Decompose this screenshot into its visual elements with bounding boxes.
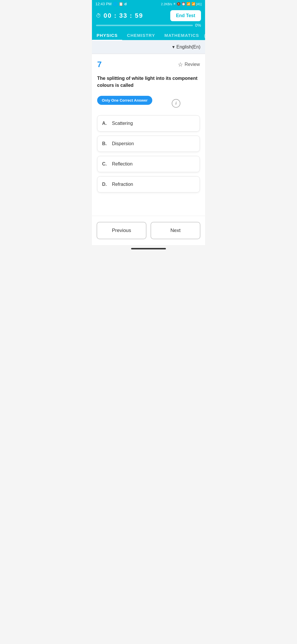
settings-icon: ⚙: [204, 33, 205, 39]
review-label: Review: [185, 62, 200, 67]
progress-bar-track: [96, 25, 193, 26]
wifi-icon: 📶: [191, 2, 195, 6]
network-speed: 2.2KB/s: [161, 2, 172, 6]
next-button[interactable]: Next: [151, 222, 200, 239]
star-icon: ☆: [178, 61, 183, 68]
status-left: 12:43 PM 🌐 📋 d: [95, 2, 127, 6]
timer-icon: ⏱: [96, 13, 101, 19]
option-c[interactable]: C. Reflection: [97, 156, 200, 172]
question-number: 7: [97, 60, 102, 69]
status-bar: 12:43 PM 🌐 📋 d 2.2KB/s ✳ 🔕 ⏰ 📶 📶 [41]: [92, 0, 205, 8]
chevron-down-icon: ▾: [172, 44, 175, 50]
bluetooth-icon: ✳: [173, 2, 176, 6]
question-header: 7 ☆ Review: [97, 60, 200, 69]
option-a-label: A.: [102, 121, 108, 126]
option-d[interactable]: D. Refraction: [97, 176, 200, 193]
status-right: 2.2KB/s ✳ 🔕 ⏰ 📶 📶 [41]: [161, 2, 202, 6]
signal-icon: 📶: [186, 2, 191, 6]
spacer: [97, 193, 200, 210]
question-area: 7 ☆ Review The splitting of white light …: [92, 54, 205, 216]
option-a[interactable]: A. Scattering: [97, 115, 200, 132]
options-list: A. Scattering B. Dispersion C. Reflectio…: [97, 115, 200, 193]
info-icon[interactable]: i: [172, 99, 180, 108]
tab-physics[interactable]: PHYSICS: [92, 30, 122, 40]
answer-type-badge: Only One Correct Answer: [97, 96, 152, 105]
end-test-button[interactable]: End Test: [170, 10, 201, 21]
language-label: English(En): [176, 44, 200, 50]
nav-buttons: Previous Next: [92, 216, 205, 245]
option-b-text: Dispersion: [112, 141, 134, 146]
tab-mathematics[interactable]: MATHEMATICS ⚙: [160, 30, 205, 40]
option-c-label: C.: [102, 161, 108, 167]
option-a-text: Scattering: [112, 121, 133, 126]
mute-icon: 🔕: [177, 2, 181, 6]
progress-bar-container: 0%: [92, 21, 205, 28]
option-c-text: Reflection: [112, 161, 133, 167]
review-button[interactable]: ☆ Review: [178, 61, 200, 68]
home-bar: [131, 248, 166, 249]
language-selector[interactable]: ▾ English(En): [172, 44, 200, 50]
options-header: Only One Correct Answer i: [97, 96, 200, 111]
time-display: 12:43 PM: [95, 2, 112, 6]
tab-chemistry[interactable]: CHEMISTRY: [122, 30, 160, 40]
option-d-text: Refraction: [112, 182, 133, 187]
option-d-label: D.: [102, 182, 108, 187]
alarm-icon: ⏰: [182, 2, 186, 6]
notification-icon: 📋: [119, 2, 123, 6]
progress-percent: 0%: [195, 23, 201, 28]
option-b[interactable]: B. Dispersion: [97, 136, 200, 152]
main-content: ▾ English(En) 7 ☆ Review The splitting o…: [92, 40, 205, 245]
battery-display: [41]: [196, 2, 202, 6]
option-b-label: B.: [102, 141, 108, 146]
timer-left: ⏱ 00 : 33 : 59: [96, 12, 143, 19]
subject-tabs: PHYSICS CHEMISTRY MATHEMATICS ⚙: [92, 28, 205, 40]
previous-button[interactable]: Previous: [97, 222, 146, 239]
question-text: The splitting of white light into its co…: [97, 75, 200, 89]
globe-icon: 🌐: [113, 2, 117, 6]
home-indicator: [92, 245, 205, 252]
language-bar: ▾ English(En): [92, 40, 205, 54]
timer-bar: ⏱ 00 : 33 : 59 End Test: [92, 8, 205, 21]
timer-display: 00 : 33 : 59: [104, 12, 143, 19]
app-icon: d: [124, 2, 127, 6]
